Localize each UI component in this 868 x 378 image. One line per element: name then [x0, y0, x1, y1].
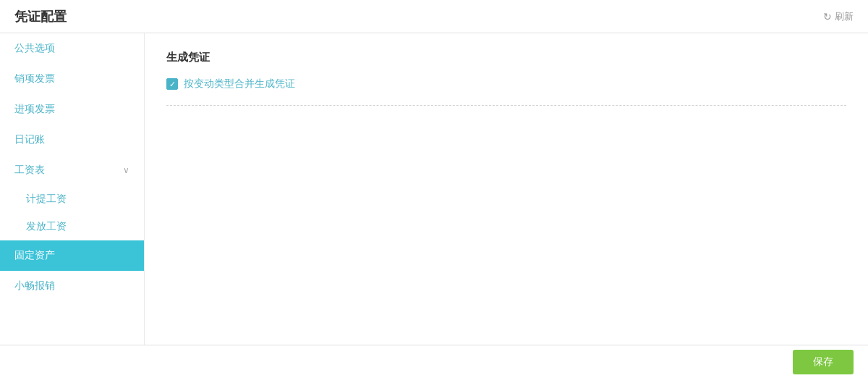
sidebar-item-journal[interactable]: 日记账	[0, 125, 144, 155]
footer: 保存	[0, 345, 868, 378]
sidebar: 公共选项 销项发票 进项发票 日记账 工资表 ∨ 计提工资 发放工资 固定资产 …	[0, 33, 145, 345]
sidebar-item-purchase-invoice[interactable]: 进项发票	[0, 94, 144, 125]
main-container: 公共选项 销项发票 进项发票 日记账 工资表 ∨ 计提工资 发放工资 固定资产 …	[0, 33, 868, 345]
sidebar-item-label: 计提工资	[26, 193, 67, 204]
sidebar-item-expense[interactable]: 小畅报销	[0, 271, 144, 301]
refresh-label: 刷新	[835, 10, 854, 23]
section-title: 生成凭证	[166, 51, 846, 64]
chevron-down-icon: ∨	[123, 165, 129, 175]
sidebar-item-label: 发放工资	[26, 220, 67, 232]
sidebar-item-sales-invoice[interactable]: 销项发票	[0, 64, 144, 94]
sidebar-item-label: 公共选项	[14, 42, 55, 55]
refresh-button[interactable]: ↻ 刷新	[823, 10, 854, 23]
sidebar-item-label: 小畅报销	[14, 280, 55, 293]
sidebar-item-fixed-assets[interactable]: 固定资产	[0, 240, 144, 271]
checkbox-row: 按变动类型合并生成凭证	[166, 77, 846, 91]
checkbox-label[interactable]: 按变动类型合并生成凭证	[184, 77, 295, 91]
content-area: 生成凭证 按变动类型合并生成凭证	[145, 33, 868, 345]
sidebar-item-label: 固定资产	[14, 249, 55, 262]
header: 凭证配置 ↻ 刷新	[0, 0, 868, 33]
sidebar-item-payroll[interactable]: 工资表 ∨	[0, 155, 144, 185]
sidebar-item-label: 进项发票	[14, 103, 55, 116]
sidebar-item-label: 日记账	[14, 133, 45, 146]
sidebar-item-label: 工资表	[14, 164, 45, 177]
sidebar-item-label: 销项发票	[14, 72, 55, 85]
sidebar-item-public[interactable]: 公共选项	[0, 33, 144, 64]
refresh-icon: ↻	[823, 11, 832, 22]
page-title: 凭证配置	[14, 8, 67, 25]
section-divider	[166, 105, 846, 106]
save-button[interactable]: 保存	[793, 350, 854, 374]
merge-checkbox[interactable]	[166, 78, 178, 90]
sidebar-item-accrual-salary[interactable]: 计提工资	[0, 185, 144, 213]
sidebar-item-pay-salary[interactable]: 发放工资	[0, 213, 144, 240]
